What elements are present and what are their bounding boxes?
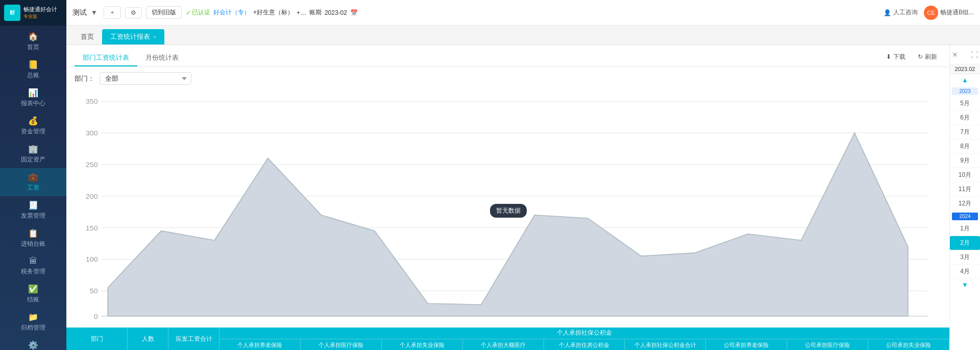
sub-tab-monthly[interactable]: 月份统计表 [137,50,187,66]
filter-bar: 部门： 全部 [66,67,949,90]
svg-text:250: 250 [86,160,98,169]
add-button[interactable]: ＋ [104,6,121,19]
main-content: 测试 ▼ ＋ ⚙ 切到旧版 ✓ 已认证 好会计（专） +好生意（标） +… 账期… [66,0,980,350]
svg-text:150: 150 [86,224,98,232]
sidebar-label-ledger: 总账 [27,71,39,80]
period-value: 2023-02 [325,9,347,16]
table-col-group: 个人承担社保公积金 个人承担养老保险个人承担医疗保险个人承担失业保险个人承担大额… [219,328,949,350]
table-sub-col: 个人承担养老保险 [219,339,301,351]
table-col-count: 人数 [128,328,168,350]
user-name: 畅捷通B组... [940,8,974,17]
svg-text:0: 0 [94,312,98,320]
date-month-5月[interactable]: 5月 [950,97,980,111]
dept-filter-select[interactable]: 全部 [100,72,191,85]
sidebar-label-invoice: 发票管理 [21,212,45,220]
date-month-12月[interactable]: 12月 [950,197,980,211]
sidebar-item-salary[interactable]: 💼 工资 [0,168,66,196]
download-icon: ⬇ [886,53,891,60]
year-2023-badge[interactable]: 2023 [952,87,978,95]
sidebar-item-archive[interactable]: 📁 归档管理 [0,308,66,336]
tab-home[interactable]: 首页 [72,29,102,44]
sidebar-label-sales: 进销台账 [21,240,45,248]
table-sub-col: 公司承担失业保险 [868,339,949,351]
date-month-10月[interactable]: 10月 [950,168,980,182]
date-up-button[interactable]: ▲ [950,74,980,86]
table-sub-col: 个人承担社保公积金合计 [625,339,706,351]
accounting-label: 好会计（专） [213,8,250,17]
user-info[interactable]: CE 畅捷通B组... [924,6,974,20]
date-month-2月[interactable]: 2月 [950,236,980,250]
panel-expand-button[interactable]: ⛶ [971,51,978,59]
sidebar-item-checkout[interactable]: ✅ 结账 [0,280,66,308]
refresh-icon: ↻ [918,53,923,60]
sidebar-label-checkout: 结账 [27,295,39,304]
avatar: CE [924,6,938,20]
dropdown-arrow-icon: ▼ [91,9,97,16]
sidebar-label-archive: 归档管理 [21,323,45,332]
svg-text:100: 100 [86,255,98,264]
panel-close-button[interactable]: ✕ [952,51,958,59]
sidebar-nav: 🏠 首页 📒 总账 📊 报表中心 💰 资金管理 🏢 固定资产 💼 工资 🧾 发票… [0,26,66,350]
right-date-panel: ✕ ⛶ 2023.02 ▲ 2023 5月6月7月8月9月10月11月12月20… [949,45,980,350]
sidebar-item-home[interactable]: 🏠 首页 [0,28,66,56]
table-sub-col: 个人承担住房公积金 [544,339,625,351]
sidebar-item-assets[interactable]: 🏢 固定资产 [0,140,66,168]
table-sub-col: 公司承担医疗保险 [787,339,868,351]
old-version-button[interactable]: 切到旧版 [146,6,182,19]
count-col-label: 人数 [142,335,154,343]
calendar-icon[interactable]: 📅 [350,9,358,16]
tab-salary-label: 工资统计报表 [110,32,150,41]
tab-home-label: 首页 [81,32,94,41]
date-down-button[interactable]: ▼ [950,279,980,291]
date-month-11月[interactable]: 11月 [950,182,980,197]
header-status: ✓ 已认证 好会计（专） +好生意（标） +… 账期 2023-02 📅 [186,8,358,17]
sidebar-label-assets: 固定资产 [21,155,45,164]
table-col-dept: 部门 [66,328,128,350]
year-2024-badge[interactable]: 2024 [952,213,978,220]
header-actions: ＋ ⚙ 切到旧版 [104,6,182,19]
date-month-4月[interactable]: 4月 [950,265,980,279]
help-icon: 👤 [884,9,891,16]
date-month-9月[interactable]: 9月 [950,154,980,168]
salary-col-label: 应发工资合计 [176,335,212,343]
period-label: 账期 [309,8,322,17]
date-input[interactable]: 2023.02 [950,64,980,74]
table-sub-col: 个人承担失业保险 [382,339,463,351]
download-button[interactable]: ⬇ 下载 [882,51,910,63]
date-month-3月[interactable]: 3月 [950,250,980,265]
sidebar-item-reports[interactable]: 📊 报表中心 [0,84,66,112]
date-month-1月[interactable]: 1月 [950,222,980,236]
sidebar-item-ledger[interactable]: 📒 总账 [0,56,66,84]
date-month-6月[interactable]: 6月 [950,111,980,125]
sidebar-icon-reports: 📊 [28,88,38,98]
sidebar-icon-assets: 🏢 [28,144,38,154]
group-header: 个人承担社保公积金 [219,328,949,339]
settings-button[interactable]: ⚙ [125,7,142,18]
help-button[interactable]: 👤 人工咨询 [884,8,918,17]
date-month-7月[interactable]: 7月 [950,125,980,139]
sidebar-item-sales[interactable]: 📋 进销台账 [0,224,66,252]
certified-status: ✓ 已认证 [186,8,210,17]
sidebar-item-settings[interactable]: ⚙️ 设置 [0,336,66,350]
svg-text:200: 200 [86,192,98,200]
refresh-button[interactable]: ↻ 刷新 [914,51,941,63]
table-sub-col: 个人承担大额医疗 [463,339,544,351]
dept-col-label: 部门 [91,335,103,343]
left-panel: 部门工资统计表 月份统计表 ⬇ 下载 ↻ 刷新 [66,45,949,350]
project-dropdown[interactable]: ▼ [91,9,97,16]
sub-tabs-left: 部门工资统计表 月份统计表 [75,50,187,66]
sidebar-item-funds[interactable]: 💰 资金管理 [0,112,66,140]
sub-tab-monthly-label: 月份统计表 [145,54,179,61]
chart-tooltip-text: 暂无数据 [496,207,521,214]
sub-tab-dept[interactable]: 部门工资统计表 [75,50,137,66]
sidebar-label-funds: 资金管理 [21,127,45,136]
date-month-8月[interactable]: 8月 [950,139,980,154]
tab-salary[interactable]: 工资统计报表 × [102,29,164,44]
tab-close-icon[interactable]: × [153,34,156,40]
chart-tooltip: 暂无数据 [490,204,527,218]
header: 测试 ▼ ＋ ⚙ 切到旧版 ✓ 已认证 好会计（专） +好生意（标） +… 账期… [66,0,980,26]
sidebar-item-invoice[interactable]: 🧾 发票管理 [0,196,66,224]
sidebar-icon-ledger: 📒 [28,60,38,69]
sidebar-icon-archive: 📁 [28,312,38,322]
sidebar-item-tax[interactable]: 🏛 税务管理 [0,252,66,280]
